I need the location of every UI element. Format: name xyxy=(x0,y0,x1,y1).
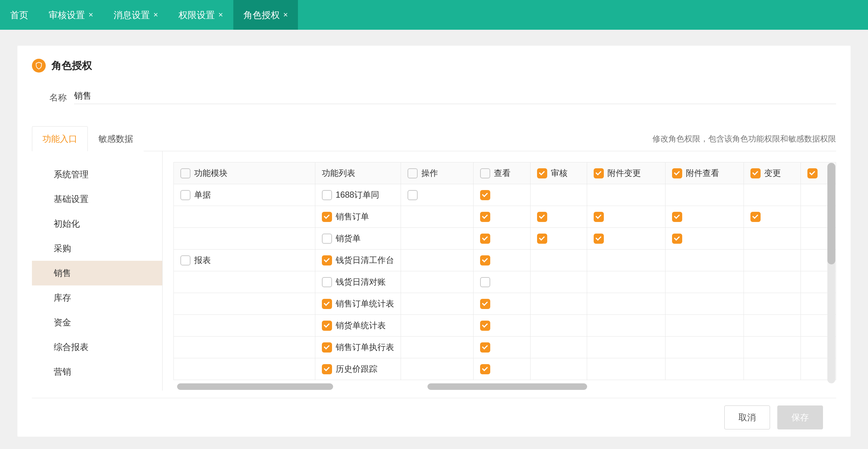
module-checkbox[interactable] xyxy=(180,255,191,265)
sidebar-item-7[interactable]: 综合报表 xyxy=(32,335,162,359)
name-label: 名称 xyxy=(49,92,67,103)
header-audit-checkbox[interactable] xyxy=(537,168,547,178)
col-header-change: 变更 xyxy=(744,162,801,184)
sidebar-item-8[interactable]: 营销 xyxy=(32,359,162,384)
sidebar-item-0[interactable]: 系统管理 xyxy=(32,162,162,187)
view-checkbox[interactable] xyxy=(480,277,490,287)
sidebar-item-1[interactable]: 基础设置 xyxy=(32,187,162,211)
view-checkbox[interactable] xyxy=(480,255,490,265)
cell-attach_change xyxy=(587,315,666,337)
close-icon[interactable]: × xyxy=(153,10,158,20)
content-tab-0[interactable]: 功能入口 xyxy=(32,126,88,151)
change-checkbox[interactable] xyxy=(750,212,761,222)
view-checkbox[interactable] xyxy=(480,321,490,331)
top-tab-label: 首页 xyxy=(10,9,28,21)
top-tab-0[interactable]: 首页 xyxy=(0,0,38,30)
list-checkbox[interactable] xyxy=(322,277,332,287)
view-checkbox[interactable] xyxy=(480,212,490,222)
view-checkbox[interactable] xyxy=(480,342,490,353)
close-icon[interactable]: × xyxy=(89,10,93,20)
top-tab-2[interactable]: 消息设置× xyxy=(103,0,168,30)
cell-attach_change xyxy=(587,206,666,228)
h-scrollbar[interactable] xyxy=(177,383,333,390)
cell-operate xyxy=(401,315,474,337)
list-checkbox[interactable] xyxy=(322,212,332,222)
cell-attach_change xyxy=(587,293,666,315)
module-checkbox[interactable] xyxy=(180,190,191,200)
content-tab-1[interactable]: 敏感数据 xyxy=(88,126,144,151)
top-tab-4[interactable]: 角色授权× xyxy=(233,0,298,30)
list-checkbox[interactable] xyxy=(322,321,332,331)
list-label: 销售订单执行表 xyxy=(336,342,394,353)
table-row: 销售订单 xyxy=(174,206,836,228)
cell-audit xyxy=(530,206,587,228)
cell-attach_view xyxy=(666,184,744,206)
cell-list: 销货单统计表 xyxy=(315,315,401,337)
header-attach_view-checkbox[interactable] xyxy=(672,168,682,178)
view-checkbox[interactable] xyxy=(480,299,490,309)
list-label: 钱货日清工作台 xyxy=(336,255,394,266)
header-extra-checkbox[interactable] xyxy=(807,168,818,178)
cell-audit xyxy=(530,293,587,315)
audit-checkbox[interactable] xyxy=(537,212,547,222)
cancel-button[interactable]: 取消 xyxy=(724,405,770,429)
content-tabs: 功能入口敏感数据 xyxy=(32,126,144,151)
sidebar-item-5[interactable]: 库存 xyxy=(32,285,162,310)
top-tab-1[interactable]: 审核设置× xyxy=(38,0,103,30)
col-header-audit: 审核 xyxy=(530,162,587,184)
table-row: 销货单 xyxy=(174,228,836,250)
sidebar-item-2[interactable]: 初始化 xyxy=(32,211,162,236)
save-button[interactable]: 保存 xyxy=(777,405,823,429)
v-scroll-track[interactable] xyxy=(827,163,835,383)
sidebar-item-6[interactable]: 资金 xyxy=(32,310,162,335)
attach_change-checkbox[interactable] xyxy=(594,212,604,222)
attach_view-checkbox[interactable] xyxy=(672,234,682,244)
v-scroll-thumb[interactable] xyxy=(827,163,835,264)
col-header-attach_change: 附件变更 xyxy=(587,162,666,184)
cell-change xyxy=(744,228,801,250)
table-area: 功能模块功能列表操作查看审核附件变更附件查看变更单据1688订单同销售订单销货单… xyxy=(163,151,836,391)
close-icon[interactable]: × xyxy=(218,10,223,20)
col-label: 审核 xyxy=(551,168,568,179)
list-checkbox[interactable] xyxy=(322,255,332,265)
table-row: 历史价跟踪 xyxy=(174,358,836,380)
header-module-checkbox[interactable] xyxy=(180,168,191,178)
cell-module xyxy=(174,358,315,380)
cell-change xyxy=(744,271,801,293)
view-checkbox[interactable] xyxy=(480,190,490,200)
view-checkbox[interactable] xyxy=(480,364,490,374)
attach_view-checkbox[interactable] xyxy=(672,212,682,222)
list-checkbox[interactable] xyxy=(322,342,332,353)
cell-view xyxy=(474,271,531,293)
h-scrollbar[interactable] xyxy=(427,383,587,390)
top-tab-3[interactable]: 权限设置× xyxy=(168,0,233,30)
list-checkbox[interactable] xyxy=(322,364,332,374)
attach_change-checkbox[interactable] xyxy=(594,234,604,244)
close-icon[interactable]: × xyxy=(283,10,288,20)
cell-view xyxy=(474,250,531,271)
header-attach_change-checkbox[interactable] xyxy=(594,168,604,178)
cell-view xyxy=(474,184,531,206)
col-header-attach_view: 附件查看 xyxy=(666,162,744,184)
list-checkbox[interactable] xyxy=(322,299,332,309)
operate-checkbox[interactable] xyxy=(408,190,418,200)
cell-module xyxy=(174,228,315,250)
col-header-module: 功能模块 xyxy=(174,162,315,184)
header-change-checkbox[interactable] xyxy=(750,168,761,178)
header-view-checkbox[interactable] xyxy=(480,168,490,178)
sidebar-item-4[interactable]: 销售 xyxy=(32,261,162,285)
list-checkbox[interactable] xyxy=(322,190,332,200)
name-input[interactable] xyxy=(74,91,836,101)
audit-checkbox[interactable] xyxy=(537,234,547,244)
permissions-table: 功能模块功能列表操作查看审核附件变更附件查看变更单据1688订单同销售订单销货单… xyxy=(173,162,836,380)
cell-attach_view xyxy=(666,250,744,271)
page-title: 角色授权 xyxy=(52,59,92,73)
cell-module: 单据 xyxy=(174,184,315,206)
sidebar-item-3[interactable]: 采购 xyxy=(32,236,162,261)
list-checkbox[interactable] xyxy=(322,234,332,244)
cell-attach_view xyxy=(666,228,744,250)
header-operate-checkbox[interactable] xyxy=(408,168,418,178)
cell-view xyxy=(474,293,531,315)
table-row: 销货单统计表 xyxy=(174,315,836,337)
view-checkbox[interactable] xyxy=(480,234,490,244)
